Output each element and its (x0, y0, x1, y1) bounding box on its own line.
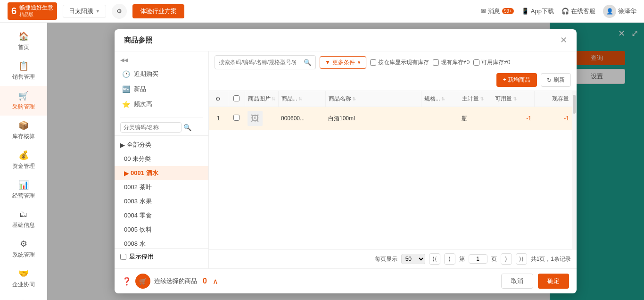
show-disabled-checkbox[interactable] (120, 254, 126, 260)
nav-dropdown[interactable]: 日太阳膜 ▼ (63, 5, 106, 18)
modal-footer-left: ❓ 🛒 连续选择的商品 0 ∧ (122, 274, 218, 289)
chevron-down-icon: ▼ (95, 8, 100, 14)
category-item-all[interactable]: ▶ 全部分类 (115, 138, 208, 152)
filter-button[interactable]: ▼ 更多条件 ∧ (320, 56, 366, 69)
select-all-checkbox[interactable] (233, 95, 239, 101)
confirm-button[interactable]: 确定 (538, 274, 569, 289)
sidebar-item-basic-info[interactable]: 🗂 基础信息 (0, 205, 47, 234)
toolbar-right: + 新增商品 ↻ 刷新 (496, 73, 571, 87)
category-item-liquor[interactable]: ▶ 0001 酒水 (115, 166, 208, 180)
customer-service-button[interactable]: 🎧 在线客服 (561, 7, 595, 16)
category-item-snack[interactable]: 0004 零食 (115, 208, 208, 223)
sort-name-icon: ⇅ (352, 96, 356, 101)
purchase-icon: 🛒 (18, 91, 29, 101)
collapse-left-icon[interactable]: ◀◀ (120, 57, 128, 63)
sidebar-item-sales[interactable]: 📋 销售管理 (0, 56, 47, 86)
sidebar-item-purchase[interactable]: 🛒 采购管理 (0, 86, 47, 116)
page-size-label: 每页显示 (375, 255, 397, 263)
category-search-icon[interactable]: 🔍 (183, 124, 191, 131)
messages-button[interactable]: ✉ 消息 99+ (481, 7, 514, 16)
app-download-button[interactable]: 📱 App下载 (521, 7, 554, 16)
row-checkbox[interactable] (233, 115, 239, 121)
th-name-sort[interactable]: 商品名称 ⇅ (329, 95, 418, 103)
frequent-icon: ⭐ (122, 100, 130, 108)
refresh-icon: ↻ (547, 77, 552, 83)
checkbox-usable-not-zero: 可用库存≠0 (473, 58, 510, 67)
last-page-button[interactable]: ⟩⟩ (516, 253, 527, 265)
table-header: ⚙ 商品图片 (209, 91, 572, 107)
refresh-button[interactable]: ↻ 刷新 (541, 73, 571, 87)
finance-icon: 💰 (18, 150, 29, 160)
category-label-water: 0008 水 (124, 240, 146, 248)
category-label-beverage: 0005 饮料 (124, 225, 152, 234)
sort-code-icon: ⇅ (298, 96, 302, 101)
category-label-unclassified: 00 未分类 (124, 155, 151, 163)
prev-page-button[interactable]: ⟨ (444, 253, 455, 265)
first-page-button[interactable]: ⟨⟨ (429, 253, 440, 265)
category-item-unclassified[interactable]: 00 未分类 (115, 152, 208, 166)
sidebar-item-system[interactable]: ⚙ 系统管理 (0, 234, 47, 264)
next-page-button[interactable]: ⟩ (501, 253, 512, 265)
checkbox-by-warehouse-input[interactable] (370, 59, 376, 66)
inventory-icon: 📦 (18, 120, 29, 131)
category-item-water[interactable]: 0008 水 (115, 237, 208, 248)
checkbox-available-not-zero: 现有库存≠0 (433, 58, 470, 67)
th-code-sort[interactable]: 商品... ⇅ (281, 95, 322, 103)
experience-button[interactable]: 体验行业方案 (132, 4, 184, 18)
th-image-sort[interactable]: 商品图片 ⇅ (248, 95, 275, 103)
help-icon[interactable]: ❓ (122, 277, 132, 286)
show-disabled-label: 显示停用 (129, 252, 154, 261)
search-input[interactable] (215, 59, 300, 66)
refresh-label: 刷新 (553, 76, 565, 84)
enterprise-icon: 🤝 (18, 268, 29, 279)
modal-close-button[interactable]: ✕ (560, 35, 567, 45)
logo-sub: 精品版 (19, 11, 53, 18)
th-name: 商品名称 ⇅ (325, 91, 421, 107)
checkbox-usable-not-zero-label: 可用库存≠0 (481, 58, 510, 67)
sidebar-item-enterprise[interactable]: 🤝 企业协同 (0, 264, 47, 293)
table-scroll-wrapper: ⚙ 商品图片 (209, 91, 577, 249)
quick-btn-frequent[interactable]: ⭐ 频次高 (118, 97, 205, 111)
sidebar: 🏠 首页 📋 销售管理 🛒 采购管理 📦 库存核算 💰 资金管理 📊 经营管理 … (0, 23, 47, 300)
search-button[interactable]: 🔍 (300, 59, 315, 66)
category-item-fruit[interactable]: 0003 水果 (115, 194, 208, 208)
gear-icon[interactable]: ⚙ (215, 96, 221, 102)
sidebar-item-operations[interactable]: 📊 经营管理 (0, 175, 47, 205)
home-icon: 🏠 (18, 31, 29, 42)
category-item-beverage[interactable]: 0005 饮料 (115, 223, 208, 237)
checkbox-available-not-zero-input[interactable] (433, 59, 439, 66)
sidebar-item-finance[interactable]: 💰 资金管理 (0, 145, 47, 175)
page-input[interactable]: 1 (469, 254, 487, 264)
cancel-button[interactable]: 取消 (501, 274, 533, 289)
user-menu[interactable]: 👤 徐泽华 (603, 5, 636, 18)
scrollbar-thumb (573, 95, 576, 114)
checkbox-usable-not-zero-input[interactable] (473, 59, 479, 66)
table-row[interactable]: 1 🖼 (209, 107, 572, 130)
page-size-select[interactable]: 50 10 20 100 (401, 254, 425, 264)
th-gear: ⚙ (209, 91, 228, 107)
sidebar-item-home[interactable]: 🏠 首页 (0, 26, 47, 56)
quick-btn-new[interactable]: 🆕 新品 (118, 82, 205, 96)
th-check (228, 91, 245, 107)
quick-btn-recent[interactable]: 🕐 近期购买 (118, 67, 205, 81)
table-header-row: ⚙ 商品图片 (209, 91, 572, 107)
collapse-cart-icon[interactable]: ∧ (213, 277, 218, 286)
th-spec-sort[interactable]: 规格... ⇅ (424, 95, 456, 103)
basic-info-icon: 🗂 (19, 209, 28, 219)
add-product-button[interactable]: + 新增商品 (496, 73, 537, 87)
gear-button[interactable]: ⚙ (112, 4, 127, 19)
table-scrollbar[interactable] (572, 91, 577, 249)
cart-button[interactable]: 🛒 (135, 274, 150, 289)
layout: 🏠 首页 📋 销售管理 🛒 采购管理 📦 库存核算 💰 资金管理 📊 经营管理 … (0, 23, 644, 300)
logo-icon: 6 (11, 6, 17, 17)
sidebar-label-basic-info: 基础信息 (12, 221, 35, 229)
category-item-tea[interactable]: 0002 茶叶 (115, 180, 208, 194)
th-available-sort[interactable]: 可用量 ⇅ (495, 95, 531, 103)
image-placeholder-icon: 🖼 (251, 114, 259, 124)
category-search-input[interactable] (120, 122, 182, 133)
th-unit-sort[interactable]: 主计量 ⇅ (462, 95, 489, 103)
modal-body: ◀◀ 🕐 近期购买 🆕 新品 ⭐ (115, 51, 577, 268)
sidebar-label-finance: 资金管理 (12, 162, 35, 170)
sidebar-item-inventory[interactable]: 📦 库存核算 (0, 116, 47, 145)
sidebar-item-guide[interactable]: 📖 新手引导 (0, 293, 47, 300)
